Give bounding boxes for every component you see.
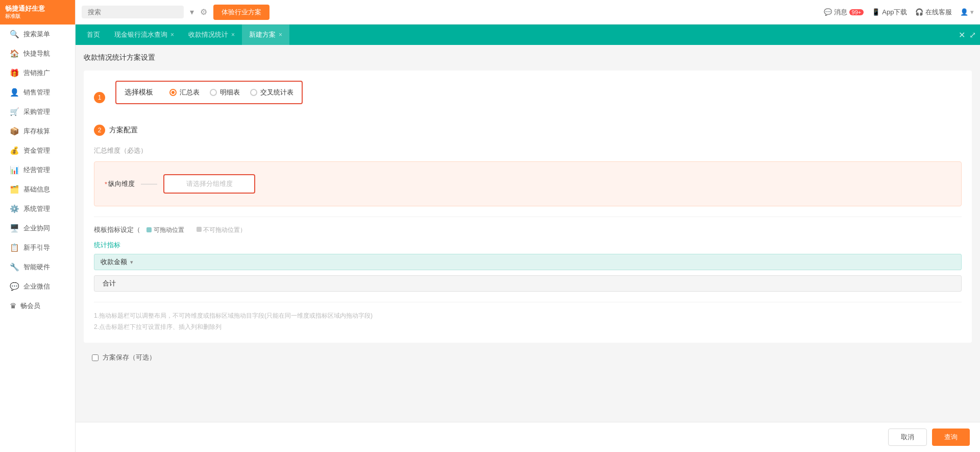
footer: 取消 查询	[76, 422, 980, 452]
receipt-amount-tag[interactable]: 收款金额 ▾	[94, 254, 962, 270]
app-icon: 📱	[872, 8, 880, 16]
tab-close-btn[interactable]: ✕	[959, 30, 965, 40]
sidebar-item-finance[interactable]: 💰 资金管理	[0, 141, 75, 160]
sidebar-item-member[interactable]: ♛ 畅会员	[0, 296, 75, 316]
message-badge: 99+	[849, 9, 864, 15]
indicator-settings-label: 模板指标设定（	[94, 225, 140, 234]
app-download-btn[interactable]: 📱 App下载	[872, 8, 907, 17]
non-draggable-badge: 不可拖动位置）	[197, 226, 246, 234]
version-tag: 标准版	[5, 13, 45, 20]
marketing-icon: 🎁	[10, 68, 19, 78]
sidebar-item-label: 新手引导	[23, 243, 50, 252]
user-avatar[interactable]: 👤 ▾	[960, 8, 974, 16]
service-icon: 🎧	[915, 8, 923, 16]
sidebar-item-label: 资金管理	[23, 146, 50, 155]
tips-section: 1.拖动标题栏可以调整布局，不可跨维度或指标区域拖动目字段(只能在同一维度或指标…	[94, 302, 962, 332]
sidebar-item-operations[interactable]: 📊 经营管理	[0, 160, 75, 180]
enterprise-icon: 🖥️	[10, 224, 19, 233]
non-draggable-icon	[197, 227, 202, 232]
settings-icon[interactable]: ⚙	[200, 7, 207, 17]
page-title: 收款情况统计方案设置	[84, 53, 972, 62]
finance-icon: 💰	[10, 146, 19, 155]
sidebar-item-label: 畅会员	[20, 301, 40, 311]
stat-indicators-label: 统计指标	[94, 241, 962, 250]
brand-name: 畅捷通好生意	[5, 5, 45, 13]
radio-detail-btn[interactable]	[210, 89, 217, 96]
cancel-button[interactable]: 取消	[888, 429, 927, 446]
radio-summary[interactable]: 汇总表	[169, 88, 200, 97]
tab-receipts-stat-label: 收款情况统计	[188, 30, 228, 39]
radio-detail[interactable]: 明细表	[210, 88, 240, 97]
tab-bank-flow[interactable]: 现金银行流水查询 ×	[107, 25, 181, 45]
tip-2: 2.点击标题栏下拉可设置排序、插入列和删除列	[94, 322, 962, 333]
sidebar-item-label: 库存核算	[23, 127, 50, 136]
non-draggable-label: 不可拖动位置）	[203, 226, 246, 233]
tab-receipts-stat[interactable]: 收款情况统计 ×	[181, 25, 242, 45]
tab-actions: ✕ ⤢	[959, 30, 976, 40]
hardware-icon: 🔧	[10, 263, 19, 272]
step2-badge: 2	[94, 125, 105, 136]
sidebar-item-hardware[interactable]: 🔧 智能硬件	[0, 257, 75, 277]
total-tag: 合计	[94, 275, 962, 292]
template-section: 选择模板 汇总表 明细表	[115, 81, 303, 104]
industry-btn[interactable]: 体验行业方案	[213, 5, 270, 20]
save-checkbox[interactable]	[92, 354, 99, 361]
radio-summary-btn[interactable]	[169, 89, 177, 96]
tab-new-plan-close[interactable]: ×	[279, 31, 282, 38]
online-service-label: 在线客服	[925, 8, 952, 17]
save-label: 方案保存（可选）	[103, 353, 156, 362]
sidebar-item-label: 搜索菜单	[23, 30, 50, 39]
tab-bank-flow-close[interactable]: ×	[170, 31, 174, 38]
sidebar-item-label: 经营管理	[23, 165, 50, 175]
sidebar-item-system[interactable]: ⚙️ 系统管理	[0, 199, 75, 219]
draggable-icon	[146, 227, 152, 232]
query-button[interactable]: 查询	[932, 429, 970, 446]
topbar: ▾ ⚙ 体验行业方案 💬 消息 99+ 📱 App下载 🎧 在线客服 👤 ▾	[76, 0, 980, 25]
main-card: 1 选择模板 汇总表 明细表	[84, 70, 972, 343]
app-download-label: App下载	[882, 8, 907, 17]
message-label: 消息	[834, 8, 847, 17]
sidebar-item-wechat[interactable]: 💬 企业微信	[0, 277, 75, 296]
sidebar-logo: 畅捷通好生意 标准版	[0, 0, 75, 25]
sidebar-item-search-menu[interactable]: 🔍 搜索菜单	[0, 25, 75, 44]
sidebar-item-label: 企业协同	[23, 224, 50, 233]
message-btn[interactable]: 💬 消息 99+	[824, 8, 864, 17]
sidebar-item-label: 系统管理	[23, 204, 50, 213]
sidebar-item-basic-info[interactable]: 🗂️ 基础信息	[0, 180, 75, 199]
tab-new-plan[interactable]: 新建方案 ×	[242, 25, 289, 45]
radio-cross[interactable]: 交叉统计表	[250, 88, 293, 97]
wechat-icon: 💬	[10, 282, 19, 291]
dimension-arrow-icon: ——	[141, 179, 157, 188]
required-star: *	[105, 180, 107, 188]
sidebar-item-guide[interactable]: 📋 新手引导	[0, 238, 75, 257]
sidebar-item-enterprise[interactable]: 🖥️ 企业协同	[0, 219, 75, 238]
radio-summary-label: 汇总表	[180, 88, 200, 97]
home-icon: 🏠	[10, 49, 19, 58]
tab-expand-btn[interactable]: ⤢	[969, 30, 976, 40]
basic-info-icon: 🗂️	[10, 185, 19, 194]
sidebar-item-marketing[interactable]: 🎁 营销推广	[0, 63, 75, 83]
sidebar-item-label: 企业微信	[23, 282, 50, 291]
purchase-icon: 🛒	[10, 107, 19, 116]
search-input[interactable]	[82, 6, 184, 18]
dropdown-icon[interactable]: ▾	[190, 7, 194, 17]
radio-cross-btn[interactable]	[250, 89, 257, 96]
indicator-tags: 收款金额 ▾ 合计	[94, 254, 962, 292]
sidebar-item-quick-nav[interactable]: 🏠 快捷导航	[0, 44, 75, 63]
tab-new-plan-label: 新建方案	[249, 30, 276, 39]
tab-home-label: 首页	[87, 30, 100, 39]
guide-icon: 📋	[10, 243, 19, 252]
online-service-btn[interactable]: 🎧 在线客服	[915, 8, 952, 17]
sidebar-item-purchase[interactable]: 🛒 采购管理	[0, 102, 75, 122]
dimension-selector[interactable]: 请选择分组维度	[163, 174, 255, 194]
topbar-right: 💬 消息 99+ 📱 App下载 🎧 在线客服 👤 ▾	[824, 8, 974, 17]
indicator-header: 模板指标设定（ 可拖动位置 不可拖动位置）	[94, 225, 962, 234]
sidebar-item-inventory[interactable]: 📦 库存核算	[0, 122, 75, 141]
tab-home[interactable]: 首页	[80, 25, 107, 45]
tab-receipts-stat-close[interactable]: ×	[231, 31, 235, 38]
sidebar-item-sales[interactable]: 👤 销售管理	[0, 83, 75, 102]
inventory-icon: 📦	[10, 127, 19, 136]
dimension-area: * 纵向维度 —— 请选择分组维度	[94, 161, 962, 206]
draggable-label: 可拖动位置	[154, 226, 184, 234]
save-section: 方案保存（可选）	[84, 347, 972, 368]
